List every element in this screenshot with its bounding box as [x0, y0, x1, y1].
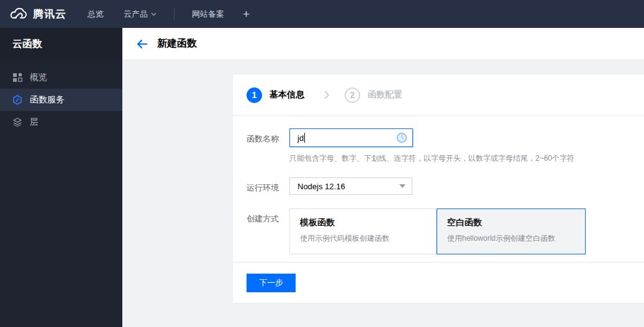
runtime-select[interactable]: Nodejs 12.16 [289, 177, 412, 195]
topbar: 腾讯云 总览 云产品 网站备案 + [0, 0, 644, 28]
next-step-button[interactable]: 下一步 [247, 274, 296, 292]
content-area: 1 基本信息 2 函数配置 函数名称 jd [122, 60, 644, 327]
step-number: 2 [345, 87, 360, 103]
step-label: 基本信息 [270, 89, 304, 101]
method-title: 模板函数 [300, 217, 426, 228]
sidebar-item-function-service[interactable]: 函数服务 [0, 89, 122, 111]
chevron-right-icon [324, 91, 330, 99]
sidebar-item-layers[interactable]: 层 [0, 111, 122, 133]
sidebar-item-overview[interactable]: 概览 [0, 66, 122, 89]
sidebar-item-label: 函数服务 [30, 94, 65, 105]
step-label: 函数配置 [368, 89, 402, 101]
creation-method-options: 模板函数 使用示例代码模板创建函数 空白函数 使用helloworld示例创建空… [289, 208, 586, 254]
create-function-card: 1 基本信息 2 函数配置 函数名称 jd [233, 74, 644, 303]
card-footer: 下一步 [233, 262, 644, 303]
sidebar-item-label: 概览 [30, 72, 47, 83]
layers-icon [12, 117, 22, 127]
step-indicator: 1 基本信息 2 函数配置 [233, 74, 644, 116]
step-function-config: 2 函数配置 [345, 87, 402, 103]
runtime-selected-value: Nodejs 12.16 [297, 182, 345, 191]
method-card-template-function[interactable]: 模板函数 使用示例代码模板创建函数 [289, 208, 437, 254]
method-title: 空白函数 [447, 217, 575, 228]
method-card-blank-function[interactable]: 空白函数 使用helloworld示例创建空白函数 [437, 208, 586, 254]
function-name-input[interactable]: jd [289, 128, 413, 147]
function-service-icon [12, 95, 22, 105]
page-title: 新建函数 [157, 37, 197, 50]
step-number: 1 [247, 87, 262, 103]
function-name-value: jd [297, 133, 304, 143]
runtime-row: 运行环境 Nodejs 12.16 [247, 177, 635, 195]
brand-text: 腾讯云 [33, 7, 66, 21]
select-caret-icon [399, 184, 406, 188]
function-name-row: 函数名称 jd 只能包含字母、数字、下划线、连字符，以字母开头，以数字或字母结尾… [247, 128, 635, 164]
step-basic-info: 1 基本信息 [247, 87, 304, 103]
nav-cloud-products[interactable]: 云产品 [124, 9, 156, 20]
method-desc: 使用helloworld示例创建空白函数 [447, 233, 575, 244]
grid-icon [12, 73, 22, 83]
nav-cloud-products-label: 云产品 [124, 9, 148, 20]
page-header: 新建函数 [122, 28, 644, 60]
function-name-hint: 只能包含字母、数字、下划线、连字符，以字母开头，以数字或字母结尾，2~60个字符 [289, 153, 574, 164]
topbar-divider [174, 9, 175, 20]
runtime-label: 运行环境 [247, 177, 289, 195]
method-desc: 使用示例代码模板创建函数 [300, 233, 426, 244]
tencent-cloud-logo-icon [9, 7, 27, 21]
sidebar: 云函数 概览 函数服务 层 [0, 28, 122, 327]
basic-info-form: 函数名称 jd 只能包含字母、数字、下划线、连字符，以字母开头，以数字或字母结尾… [233, 116, 644, 254]
sidebar-item-label: 层 [30, 117, 39, 128]
chevron-down-icon [151, 12, 156, 16]
creation-method-label: 创建方式 [247, 208, 289, 254]
text-caret [304, 133, 305, 143]
nav-icp-record[interactable]: 网站备案 [192, 9, 224, 20]
back-arrow-icon[interactable] [135, 37, 149, 51]
brand-home-link[interactable]: 腾讯云 [0, 7, 78, 21]
function-name-label: 函数名称 [247, 128, 289, 164]
add-tab-button[interactable]: + [243, 8, 250, 20]
creation-method-row: 创建方式 模板函数 使用示例代码模板创建函数 空白函数 使用helloworld… [247, 208, 635, 254]
nav-overview[interactable]: 总览 [88, 9, 104, 20]
sidebar-title: 云函数 [0, 28, 122, 60]
validating-clock-icon [396, 132, 407, 143]
